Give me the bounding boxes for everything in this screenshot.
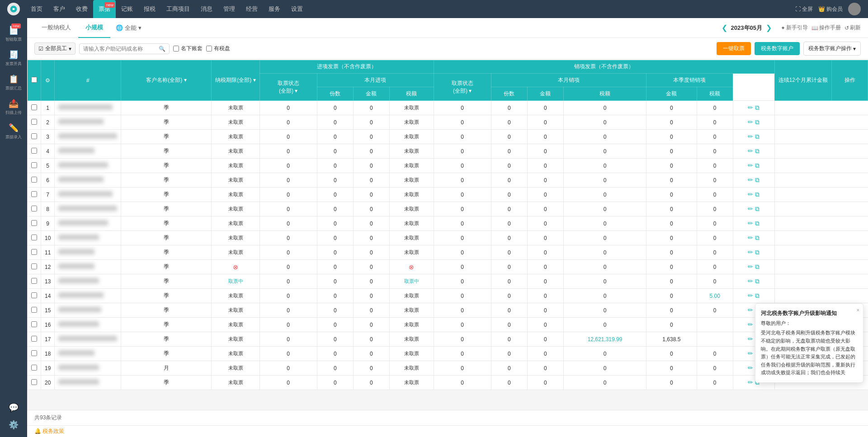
nav-item-客户[interactable]: 客户 <box>48 0 71 18</box>
row-checkbox[interactable] <box>31 206 37 211</box>
edit-icon[interactable]: ✏ <box>748 191 753 198</box>
row-checkbox[interactable] <box>31 119 37 125</box>
copy-icon[interactable]: ⧉ <box>755 277 760 285</box>
sidebar-chat[interactable]: 💬 <box>7 399 20 416</box>
row-checkbox[interactable] <box>31 263 37 269</box>
row-checkbox[interactable] <box>31 133 37 139</box>
checkbox-subaccount[interactable]: 名下账套 <box>173 45 203 52</box>
copy-icon[interactable]: ⧉ <box>755 191 760 198</box>
row-checkbox[interactable] <box>31 162 37 168</box>
nav-item-收费[interactable]: 收费 <box>71 0 93 18</box>
row-checkbox[interactable] <box>31 220 37 226</box>
tax-digital-account-btn[interactable]: 税务数字账户 <box>755 42 800 55</box>
copy-icon[interactable]: ⧉ <box>755 118 760 126</box>
nav-item-设置[interactable]: 设置 <box>286 0 308 18</box>
copy-icon[interactable]: ⧉ <box>755 176 760 183</box>
th-out-fetch-status[interactable]: 取票状态(全部) ▾ <box>434 74 491 101</box>
row-checkbox[interactable] <box>31 321 37 327</box>
th-settings[interactable]: ⚙ <box>41 60 55 101</box>
row-checkbox[interactable] <box>31 235 37 240</box>
row-checkbox[interactable] <box>31 278 37 284</box>
checkbox-taxdisk[interactable]: 有税盘 <box>206 45 230 52</box>
nav-item-报税[interactable]: 报税 <box>138 0 161 18</box>
nav-item-记账[interactable]: 记账 <box>116 0 138 18</box>
sidebar-item-3[interactable]: 📤扫描上传 <box>4 95 24 119</box>
th-client-name[interactable]: 客户名称(全部) ▾ <box>121 60 212 101</box>
one-click-fetch-btn[interactable]: 一键取票 <box>717 42 751 55</box>
subaccount-checkbox[interactable] <box>173 46 179 52</box>
nav-item-消息[interactable]: 消息 <box>195 0 218 18</box>
tab-general-taxpayer[interactable]: 一般纳税人 <box>34 18 78 38</box>
copy-icon[interactable]: ⧉ <box>755 249 760 256</box>
edit-icon[interactable]: ✏ <box>748 234 753 241</box>
nav-item-工商项目[interactable]: 工商项目 <box>161 0 195 18</box>
sidebar-item-1[interactable]: 🧾发票开具 <box>4 46 24 70</box>
edit-icon[interactable]: ✏ <box>748 162 753 169</box>
nav-item-首页[interactable]: 首页 <box>25 0 48 18</box>
row-checkbox[interactable] <box>31 336 37 342</box>
edit-icon[interactable]: ✏ <box>748 364 753 371</box>
copy-icon[interactable]: ⧉ <box>755 205 760 212</box>
edit-icon[interactable]: ✏ <box>748 292 753 299</box>
edit-icon[interactable]: ✏ <box>748 205 753 212</box>
row-checkbox[interactable] <box>31 148 37 154</box>
edit-icon[interactable]: ✏ <box>748 321 753 328</box>
edit-icon[interactable]: ✏ <box>748 249 753 256</box>
taxdisk-checkbox[interactable] <box>206 46 212 52</box>
nav-item-管理[interactable]: 管理 <box>218 0 241 18</box>
avatar[interactable] <box>848 3 861 15</box>
row-checkbox[interactable] <box>31 307 37 313</box>
th-in-fetch-status[interactable]: 取票状态(全部) ▾ <box>259 74 317 101</box>
tab-small-scale[interactable]: 小规模 <box>78 18 110 38</box>
sidebar-item-2[interactable]: 📋票据汇总 <box>4 70 24 95</box>
edit-icon[interactable]: ✏ <box>748 306 753 314</box>
sidebar-item-4[interactable]: ✏️票据录入 <box>4 119 24 144</box>
search-icon[interactable]: 🔍 <box>159 46 165 52</box>
refresh-btn[interactable]: ↺ 刷新 <box>844 24 861 32</box>
row-checkbox[interactable] <box>31 379 37 385</box>
copy-icon[interactable]: ⧉ <box>755 133 760 140</box>
member-btn[interactable]: 👑 购会员 <box>818 5 843 13</box>
th-tax-period[interactable]: 纳税期限(全部) ▾ <box>212 60 259 101</box>
employee-select[interactable]: ☑ 全部员工 ▾ <box>34 42 75 55</box>
edit-icon[interactable]: ✏ <box>748 118 753 126</box>
manual-link[interactable]: 📖 操作手册 <box>811 24 841 32</box>
prev-month-btn[interactable]: ❮ <box>722 23 727 32</box>
edit-icon[interactable]: ✏ <box>748 350 753 357</box>
copy-icon[interactable]: ⧉ <box>755 292 760 299</box>
nav-item-票据[interactable]: 票据new <box>93 0 116 18</box>
copy-icon[interactable]: ⧉ <box>755 147 760 155</box>
edit-icon[interactable]: ✏ <box>748 133 753 140</box>
refund-amount-value[interactable]: 12,621,319.99 <box>588 336 623 343</box>
copy-icon[interactable]: ⧉ <box>755 104 760 111</box>
nav-item-服务[interactable]: 服务 <box>263 0 286 18</box>
search-input[interactable] <box>83 46 157 52</box>
edit-icon[interactable]: ✏ <box>748 263 753 270</box>
edit-icon[interactable]: ✏ <box>748 104 753 111</box>
edit-icon[interactable]: ✏ <box>748 335 753 343</box>
fullscreen-btn[interactable]: ⛶ 全屏 <box>795 5 813 13</box>
edit-icon[interactable]: ✏ <box>748 147 753 155</box>
copy-icon[interactable]: ⧉ <box>755 220 760 227</box>
new-guide-link[interactable]: ✦ 新手引导 <box>781 24 808 32</box>
row-checkbox[interactable] <box>31 104 37 110</box>
edit-icon[interactable]: ✏ <box>748 379 753 386</box>
edit-icon[interactable]: ✏ <box>748 277 753 285</box>
copy-icon[interactable]: ⧉ <box>755 263 760 270</box>
row-checkbox[interactable] <box>31 191 37 197</box>
copy-icon[interactable]: ⧉ <box>755 234 760 241</box>
next-month-btn[interactable]: ❯ <box>766 23 772 32</box>
row-checkbox[interactable] <box>31 177 37 183</box>
sidebar-item-0[interactable]: 📄智能取票new <box>4 22 24 46</box>
edit-icon[interactable]: ✏ <box>748 176 753 183</box>
edit-icon[interactable]: ✏ <box>748 220 753 227</box>
sidebar-settings[interactable]: ⚙️ <box>7 416 20 433</box>
notification-close-btn[interactable]: × <box>857 306 859 315</box>
tab-all[interactable]: 🌐 全能 ▾ <box>110 24 147 32</box>
tax-policy-link[interactable]: 🔔 税务政策 <box>34 428 64 435</box>
row-checkbox[interactable] <box>31 365 37 371</box>
nav-item-经营[interactable]: 经营 <box>241 0 263 18</box>
tax-digital-ops-btn[interactable]: 税务数字账户操作 ▾ <box>803 42 861 56</box>
row-checkbox[interactable] <box>31 292 37 298</box>
row-checkbox[interactable] <box>31 350 37 356</box>
